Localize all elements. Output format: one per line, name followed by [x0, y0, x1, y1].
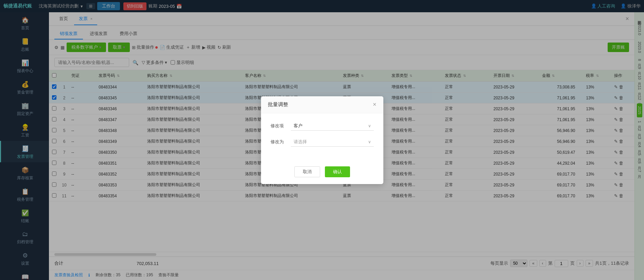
modal-overlay: 批量调整 × 修改项 客户 ∨ 修改为 请选择 ∨ 取消 确认 — [0, 0, 644, 280]
modal-title: 批量调整 — [268, 101, 288, 108]
modify-field-select[interactable]: 客户 ∨ — [291, 121, 374, 131]
modify-field-label: 修改项 — [271, 123, 291, 129]
modal-cancel-btn[interactable]: 取消 — [294, 166, 320, 177]
modify-to-chevron-icon: ∨ — [368, 139, 371, 144]
modal-body: 修改项 客户 ∨ 修改为 请选择 ∨ — [261, 113, 383, 162]
modal-close-btn[interactable]: × — [373, 101, 377, 108]
modal-field-row: 修改项 客户 ∨ — [271, 121, 374, 131]
modify-field-chevron-icon: ∨ — [368, 123, 371, 128]
batch-adjust-modal: 批量调整 × 修改项 客户 ∨ 修改为 请选择 ∨ 取消 确认 — [261, 96, 383, 184]
modify-to-select[interactable]: 请选择 ∨ — [291, 137, 374, 147]
modal-confirm-btn[interactable]: 确认 — [325, 166, 350, 177]
modify-to-label: 修改为 — [271, 139, 291, 145]
modal-footer: 取消 确认 — [261, 162, 383, 184]
modal-header: 批量调整 × — [261, 96, 383, 113]
modal-value-row: 修改为 请选择 ∨ — [271, 137, 374, 147]
